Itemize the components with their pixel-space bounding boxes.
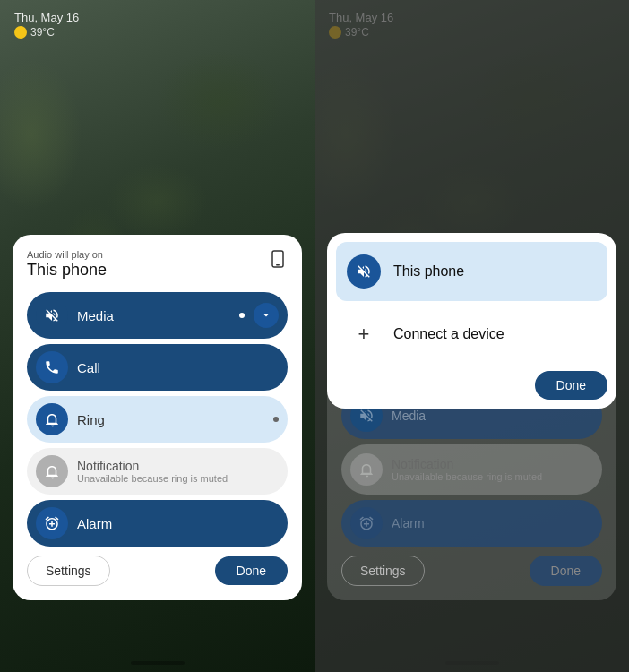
volume-dialog: Audio will play on This phone Media <box>13 235 302 600</box>
notification-title: Notification <box>77 459 279 473</box>
media-icon <box>36 299 68 332</box>
audio-label: Audio will play on <box>27 249 107 260</box>
r-alarm-icon <box>350 507 383 539</box>
notification-texts: Notification Unavailable because ring is… <box>77 459 279 484</box>
audio-info: Audio will play on This phone <box>27 249 107 280</box>
ring-icon <box>36 403 68 435</box>
left-weather-row: 39°C <box>14 26 300 39</box>
r-notif-inner: Notification Unavailable because ring is… <box>350 453 593 486</box>
audio-header: Audio will play on This phone <box>27 249 288 280</box>
picker-done-row: Done <box>336 371 607 400</box>
done-button[interactable]: Done <box>215 556 288 585</box>
alarm-icon <box>36 507 68 539</box>
r-alarm-item: Alarm <box>341 500 602 547</box>
picker-done-button[interactable]: Done <box>535 371 607 400</box>
this-phone-option[interactable]: This phone <box>336 242 607 301</box>
r-settings-button[interactable]: Settings <box>341 556 425 586</box>
alarm-label: Alarm <box>77 516 279 531</box>
r-bottom-buttons: Settings Done <box>341 556 602 586</box>
ring-volume-item[interactable]: Ring <box>27 396 288 443</box>
connect-device-label: Connect a device <box>393 326 504 342</box>
r-notif-title: Notification <box>392 457 593 471</box>
svg-rect-1 <box>276 264 280 266</box>
notification-icon <box>36 455 68 487</box>
ring-dot <box>273 417 279 422</box>
left-status-bar: Thu, May 16 39°C <box>0 0 314 42</box>
alarm-volume-item[interactable]: Alarm <box>27 500 288 547</box>
notification-subtitle: Unavailable because ring is muted <box>77 473 279 484</box>
call-volume-item[interactable]: Call <box>27 344 288 391</box>
right-phone-panel: Thu, May 16 39°C Audio will play on M <box>314 0 629 672</box>
r-notif-texts: Notification Unavailable because ring is… <box>392 457 593 482</box>
r-media-label: Media <box>392 409 593 423</box>
phone-icon <box>268 249 288 269</box>
audio-device: This phone <box>27 261 107 280</box>
plus-icon: + <box>347 317 381 351</box>
this-phone-icon <box>347 254 381 289</box>
media-arrow[interactable] <box>254 303 279 328</box>
left-date: Thu, May 16 <box>14 11 300 24</box>
sun-icon <box>14 26 27 39</box>
notification-volume-item: Notification Unavailable because ring is… <box>27 448 288 495</box>
r-notif-sub: Unavailable because ring is muted <box>392 471 593 482</box>
r-notification-item: Notification Unavailable because ring is… <box>341 444 602 495</box>
ring-label: Ring <box>77 412 264 427</box>
media-label: Media <box>77 308 230 323</box>
r-alarm-label: Alarm <box>392 516 593 530</box>
call-label: Call <box>77 360 279 375</box>
this-phone-label: This phone <box>393 263 464 280</box>
left-phone-panel: Thu, May 16 39°C Audio will play on This… <box>0 0 314 672</box>
r-done-bg-button: Done <box>530 556 602 586</box>
settings-button[interactable]: Settings <box>27 556 110 586</box>
connect-device-option[interactable]: + Connect a device <box>336 305 607 364</box>
r-notif-icon <box>350 453 383 486</box>
left-weather: 39°C <box>30 26 55 39</box>
media-volume-item[interactable]: Media <box>27 292 288 339</box>
home-indicator <box>131 661 185 665</box>
notification-inner: Notification Unavailable because ring is… <box>36 455 279 487</box>
device-picker-dialog: This phone + Connect a device Done <box>327 233 616 409</box>
bottom-buttons: Settings Done <box>27 556 288 586</box>
media-dot <box>239 313 245 318</box>
call-icon <box>36 351 68 383</box>
